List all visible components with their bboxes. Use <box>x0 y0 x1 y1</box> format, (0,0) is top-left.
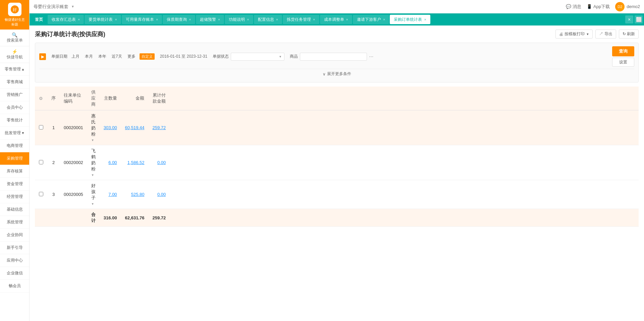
sidebar-item-basic-info[interactable]: 基础信息 <box>0 203 29 216</box>
row-supplier[interactable]: 飞鹤奶粉 ▼ <box>87 145 100 180</box>
close-icon[interactable]: × <box>276 17 278 21</box>
search-btn[interactable]: 查询 <box>612 46 634 56</box>
gear-icon[interactable]: ⚙ <box>39 96 43 101</box>
row-checkbox[interactable] <box>35 145 47 180</box>
row-paid: 259.72 <box>148 110 170 145</box>
tab-order-stats[interactable]: 要货单统计表 × <box>85 15 121 24</box>
sidebar-item-wholesale-mgmt[interactable]: 批发管理 ▼ <box>0 127 29 140</box>
close-icon[interactable]: × <box>189 17 191 21</box>
shortcut-this-month[interactable]: 本月 <box>83 53 95 60</box>
sidebar-item-purchase-mgmt[interactable]: 采购管理 <box>0 152 29 165</box>
sidebar-item-enterprise-collab[interactable]: 企业协同 <box>0 229 29 242</box>
row-checkbox[interactable] <box>35 180 47 209</box>
printer-icon: 🖨 <box>559 32 563 37</box>
sidebar-item-ecommerce[interactable]: 电商管理 <box>0 140 29 152</box>
checkbox-input[interactable] <box>39 125 43 129</box>
close-icon[interactable]: × <box>346 17 348 21</box>
company-dropdown-label[interactable]: 母婴行业演示账套 <box>34 4 68 10</box>
tab-maximize-btn[interactable]: ⬜ <box>635 15 643 23</box>
row-code: 00020005 <box>60 180 87 209</box>
shortcut-last-month[interactable]: 上月 <box>69 53 82 60</box>
row-num: 1 <box>47 110 60 145</box>
filter-row-1: ▶ 单据日期 上月 本月 本年 近7天 更多 自定义 2016-01-01 至 … <box>39 46 634 67</box>
status-select[interactable] <box>231 53 284 61</box>
close-icon[interactable]: × <box>78 17 80 21</box>
topbar: 母婴行业演示账套 ▼ 💬 消息 📱 App下载 D2 demo2 <box>30 0 644 13</box>
tab-purchase-order-stats[interactable]: 采购订单统计表 × <box>390 15 430 24</box>
filter-toggle-btn[interactable]: ▶ <box>39 53 46 60</box>
row-extra <box>170 145 639 180</box>
footer-code-cell <box>60 209 87 227</box>
tab-close-all-btn[interactable]: × <box>625 15 633 23</box>
row-supplier[interactable]: 惠氏奶粉 ▼ <box>87 110 100 145</box>
sidebar-item-system[interactable]: 系统管理 <box>0 216 29 229</box>
more-options-icon[interactable]: ··· <box>369 54 373 60</box>
settings-btn[interactable]: 设置 <box>612 58 634 67</box>
sidebar-item-inventory[interactable]: 库存核算 <box>0 165 29 178</box>
sidebar-item-enterprise-wechat[interactable]: 企业微信 <box>0 267 29 280</box>
sidebar-item-operations[interactable]: 经营管理 <box>0 191 29 203</box>
tab-cost-adjust[interactable]: 成本调整单 × <box>320 15 352 24</box>
sidebar-item-member-vip[interactable]: 畅会员 <box>0 280 29 292</box>
tab-overstock-warning[interactable]: 超储预警 × <box>196 15 224 24</box>
close-icon[interactable]: × <box>383 17 385 21</box>
th-code: 往来单位编码 <box>60 87 87 110</box>
shortcut-more[interactable]: 更多 <box>125 53 138 60</box>
tab-invite-downstream[interactable]: 邀请下游客户 × <box>353 15 389 24</box>
shortcut-7days[interactable]: 近7天 <box>110 53 124 60</box>
sidebar-search[interactable]: 🔍 搜索菜单 <box>0 30 29 46</box>
close-icon[interactable]: × <box>156 17 158 21</box>
row-supplier[interactable]: 好孩子 ▼ <box>87 180 100 209</box>
tab-pick-task[interactable]: 拣货任务管理 × <box>283 15 319 24</box>
close-icon[interactable]: × <box>218 17 220 21</box>
row-checkbox[interactable] <box>35 110 47 145</box>
goods-input[interactable] <box>300 53 367 61</box>
close-icon[interactable]: × <box>313 17 315 21</box>
close-icon[interactable]: × <box>424 17 426 21</box>
user-info[interactable]: D2 demo2 <box>615 2 640 11</box>
app-download-btn[interactable]: 📱 App下载 <box>587 4 610 10</box>
sidebar-item-guide[interactable]: 新手引导 <box>0 242 29 254</box>
footer-paid: 259.72 <box>148 209 170 227</box>
sidebar-item-app-center[interactable]: 应用中心 <box>0 254 29 267</box>
qty-link[interactable]: 303.00 <box>104 125 117 130</box>
tab-feature-desc[interactable]: 功能说明 × <box>225 15 253 24</box>
sidebar-item-retail-mall[interactable]: 零售商城 <box>0 76 29 89</box>
status-select-wrapper <box>231 53 284 61</box>
tab-available-stock[interactable]: 可用量库存账本 × <box>122 15 162 24</box>
sidebar-item-member[interactable]: 会员中心 <box>0 101 29 114</box>
refresh-btn[interactable]: ↻ 刷新 <box>619 30 639 39</box>
amount-link[interactable]: 1,586.52 <box>127 160 145 165</box>
sidebar-item-retail-mgmt[interactable]: 零售管理 ▲ <box>0 63 29 76</box>
qty-link[interactable]: 6.00 <box>108 160 117 165</box>
amount-link[interactable]: 60,519.44 <box>125 125 145 130</box>
tab-home[interactable]: 首页 <box>31 15 47 24</box>
footer-checkbox-cell <box>35 209 47 227</box>
qty-link[interactable]: 7.00 <box>108 192 117 197</box>
logo-icon: 好 <box>8 3 21 16</box>
paid-link[interactable]: 259.72 <box>152 125 166 130</box>
message-btn[interactable]: 💬 消息 <box>566 4 581 10</box>
status-filter-group: 单据状态 <box>213 53 284 61</box>
close-icon[interactable]: × <box>115 17 117 21</box>
sidebar-quick-nav[interactable]: ⚡ 快捷导航 <box>0 46 29 63</box>
export-btn[interactable]: ↗ 导出 <box>595 30 616 39</box>
sidebar-item-retail-stats[interactable]: 零售统计 <box>0 114 29 127</box>
shortcut-this-year[interactable]: 本年 <box>96 53 108 60</box>
tab-expiry-query[interactable]: 保质期查询 × <box>163 15 195 24</box>
expand-conditions-btn[interactable]: ∨ 展开更多条件 <box>39 69 634 79</box>
sidebar-item-finance[interactable]: 资金管理 <box>0 178 29 191</box>
tab-inventory-summary[interactable]: 收发存汇总表 × <box>48 15 84 24</box>
paid-link[interactable]: 0.00 <box>157 192 166 197</box>
amount-link[interactable]: 525.80 <box>131 192 145 197</box>
message-icon: 💬 <box>566 4 571 9</box>
checkbox-input[interactable] <box>39 160 43 164</box>
sidebar-item-marketing[interactable]: 营销推广 <box>0 89 29 101</box>
paid-link[interactable]: 0.00 <box>157 160 166 165</box>
close-icon[interactable]: × <box>247 17 249 21</box>
template-print-btn[interactable]: 🖨 按模板打印 ▼ <box>555 30 593 39</box>
tab-config-info[interactable]: 配置信息 × <box>254 15 282 24</box>
checkbox-input[interactable] <box>39 192 43 196</box>
custom-date-badge[interactable]: 自定义 <box>140 53 155 60</box>
chevron-down-icon: ▼ <box>71 5 74 8</box>
